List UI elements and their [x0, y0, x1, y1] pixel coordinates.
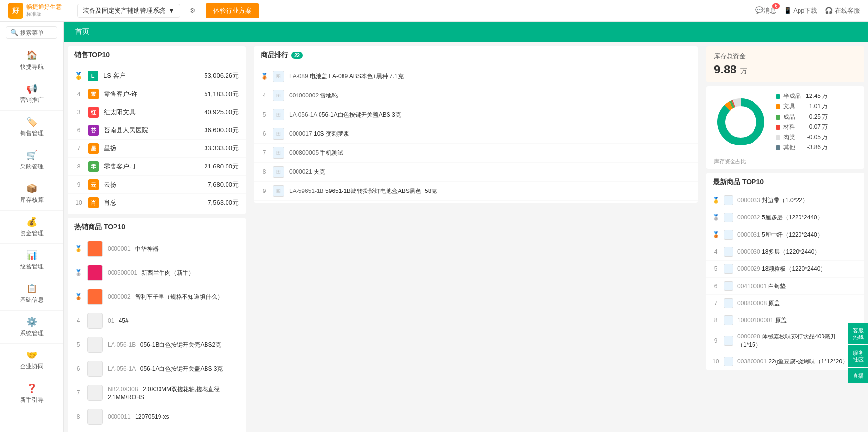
sidebar-item-finance[interactable]: 💰 资金管理 [0, 211, 63, 244]
product-thumb: 图 [273, 90, 284, 101]
new-thumb-3 [724, 230, 733, 240]
rank-amount-2: 51,183.00元 [204, 90, 239, 98]
sales-icon: 🏷️ [26, 117, 37, 127]
sidebar-item-label: 快捷导航 [20, 63, 44, 71]
sidebar-item-sales[interactable]: 🏷️ 销售管理 [0, 111, 63, 144]
new-product-info-7: 000800008 原盖 [737, 299, 858, 308]
hot-rank-medal-3: 🥉 [74, 293, 82, 300]
rank-item: 10 肖 肖总 7,563.00元 [68, 194, 246, 212]
rank-item: 7 星 星扬 33,333.00元 [68, 140, 246, 158]
sidebar-item-guide[interactable]: ❓ 新手引导 [0, 377, 63, 410]
rank-num-2: 4 [74, 91, 83, 97]
hot-rank-num-6: 6 [74, 365, 82, 372]
rank-amount-6: 21,680.00元 [204, 162, 239, 171]
new-product-info-10: 003800001 22g鱼豆腐-烧烤味（1*12*20） [737, 358, 858, 366]
sidebar-item-marketing[interactable]: 📢 营销推广 [0, 77, 63, 111]
rank-avatar-1: L [88, 71, 98, 81]
rank-avatar-6: 零 [88, 161, 99, 172]
new-product-info-3: 0000031 5厘中纤（1220*2440） [737, 231, 858, 239]
customer-ranking-section: 销售TOP10 🥇 L LS 客户 53,006.26元 4 零 零售客户-许 [68, 46, 246, 214]
rank-num-7: 9 [74, 181, 83, 188]
hot-product-item: 5 LA-056-1B 056-1B白色按键开关壳ABS2克 [68, 333, 246, 357]
chart-sub: 库存资金占比 [706, 158, 864, 169]
rank-item: 6 苔 苔南县人民医院 36,600.00元 [68, 121, 246, 140]
hot-rank-num-8: 8 [74, 413, 82, 420]
online-service-button[interactable]: 🎧 在线客服 [825, 6, 860, 15]
product-ranking-title: 商品排行 22 [254, 46, 698, 65]
system-selector[interactable]: 装备及固定资产辅助管理系统 ▼ [77, 4, 180, 18]
new-thumb-5 [724, 264, 733, 274]
new-product-item: 🥇 0000033 封边带（1.0*22） [706, 192, 864, 209]
sidebar-item-label: 企业协同 [20, 362, 44, 371]
legend-item-6: 其他 -3.86 万 [776, 144, 828, 152]
rank-name-2: 零售客户-许 [104, 90, 199, 98]
sidebar-item-purchase[interactable]: 🛒 采购管理 [0, 144, 63, 177]
sidebar-item-home[interactable]: 🏠 快捷导航 [0, 44, 63, 77]
experience-button[interactable]: 体验行业方案 [206, 3, 259, 18]
chevron-down-icon: ▼ [168, 7, 175, 14]
product-info: 0000021 夹克 [289, 168, 691, 176]
content-body: 销售TOP10 🥇 L LS 客户 53,006.26元 4 零 零售客户-许 [64, 42, 868, 432]
new-products-title: 最新商品 TOP10 [706, 173, 864, 192]
product-thumb: 图 [273, 147, 284, 159]
new-product-item: 10 003800001 22g鱼豆腐-烧烤味（1*12*20） [706, 353, 864, 370]
product-thumb: 图 [273, 185, 284, 197]
new-thumb-2 [724, 213, 733, 222]
hot-product-item: 8 0000011 12070519-xs [68, 405, 246, 429]
sidebar-item-operations[interactable]: 📊 经营管理 [0, 244, 63, 277]
sidebar-item-collab[interactable]: 🤝 企业协同 [0, 344, 63, 377]
finance-icon: 💰 [26, 216, 37, 227]
message-button[interactable]: 💬 消息 6 [755, 6, 776, 15]
system-name: 装备及固定资产辅助管理系统 [83, 6, 165, 15]
search-input[interactable] [20, 29, 59, 36]
hot-products-title: 热销商品 TOP10 [68, 218, 246, 237]
sidebar-item-inventory[interactable]: 📦 库存核算 [0, 177, 63, 211]
message-badge: 6 [772, 3, 780, 9]
collab-icon: 🤝 [26, 350, 37, 360]
donut-chart [714, 95, 768, 149]
main-layout: 🔍 🏠 快捷导航 📢 营销推广 🏷️ 销售管理 🛒 采购管理 📦 库存核算 💰 … [0, 22, 868, 432]
rank-num-6: 8 [74, 163, 83, 170]
new-product-info-8: 10000100001 原盖 [737, 316, 858, 325]
product-thumb: 图 [273, 166, 284, 178]
hot-product-item: 6 LA-056-1A 056-1A白色按键开关盖ABS 3克 [68, 357, 246, 381]
sidebar-item-label: 系统管理 [20, 329, 44, 337]
legend-dot-4 [776, 125, 780, 130]
sidebar-item-system[interactable]: ⚙️ 系统管理 [0, 311, 63, 344]
rank-item: 9 云 云扬 7,680.00元 [68, 176, 246, 194]
cs-community-button[interactable]: 服务社区 [848, 345, 868, 367]
home-tab[interactable]: 首页 [71, 27, 93, 36]
rank-num-4: 6 [74, 127, 83, 134]
headset-icon: 🎧 [825, 7, 833, 14]
legend-item-4: 材料 0.07 万 [776, 123, 828, 131]
hot-thumb-3 [87, 289, 103, 305]
new-product-item: 5 0000029 18颗粒板（1220*2440） [706, 261, 864, 278]
settings-button[interactable]: ⚙ [186, 4, 200, 18]
new-thumb-7 [724, 298, 733, 308]
sidebar-item-basic[interactable]: 📋 基础信息 [0, 277, 63, 311]
new-thumb-1 [724, 195, 733, 205]
new-products-list: 🥇 0000033 封边带（1.0*22） 🥈 0000032 5厘多层（122… [706, 192, 864, 370]
rank-amount-4: 36,600.00元 [204, 126, 239, 135]
new-product-info-1: 0000033 封边带（1.0*22） [737, 196, 858, 205]
product-thumb: 图 [273, 128, 284, 140]
sidebar: 🔍 🏠 快捷导航 📢 营销推广 🏷️ 销售管理 🛒 采购管理 📦 库存核算 💰 … [0, 22, 64, 432]
app-download-button[interactable]: 📱 App下载 [784, 6, 817, 15]
sidebar-item-label: 营销推广 [20, 96, 44, 104]
legend-item-2: 文具 1.01 万 [776, 102, 828, 111]
new-product-item: 4 0000030 18多层（1220*2440） [706, 243, 864, 261]
home-icon: 🏠 [26, 50, 37, 61]
inventory-amount: 9.88 [714, 63, 737, 76]
customer-rank-list: 🥇 L LS 客户 53,006.26元 4 零 零售客户-许 51,183.0… [68, 65, 246, 214]
product-info: 0000017 10S 变刺罗浆 [289, 130, 691, 138]
product-list: 🥉 图 LA-089 电池盖 LA-089 ABS本色+黑种 7.1克 4 图 … [254, 65, 698, 203]
system-icon: ⚙️ [26, 316, 37, 327]
search-wrap[interactable]: 🔍 [6, 26, 57, 39]
product-info: LA-056-1A 056-1A白色按键开关盖ABS 3克 [289, 111, 691, 119]
rank-item: 4 零 零售客户-许 51,183.00元 [68, 85, 246, 103]
product-item: 5 图 LA-056-1A 056-1A白色按键开关盖ABS 3克 [254, 105, 698, 124]
cs-hotline-button[interactable]: 客服热线 [848, 323, 868, 345]
inventory-amount-row: 9.88 万 [714, 63, 856, 76]
cs-live-button[interactable]: 直播 [848, 368, 868, 383]
hot-thumb-8 [87, 409, 103, 425]
